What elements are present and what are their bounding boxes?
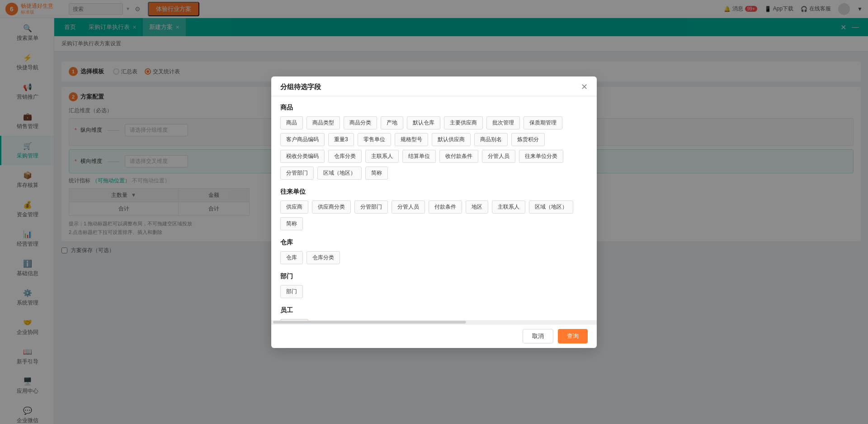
modal-overlay: 分组待选字段 ✕ 商品 商品 商品类型 商品分类 产地 默认仓库 主要供应商 批… xyxy=(0,0,868,52)
